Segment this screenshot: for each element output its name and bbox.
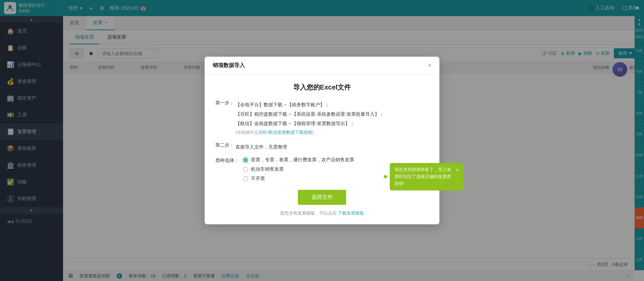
guide-link[interactable]: 百旺/航信发票数据下载指南 xyxy=(259,130,312,135)
modal-header: 销项数据导入 × xyxy=(205,57,439,75)
step1-content: 【全电平台】数据下载→【税务数字账户】； 【百旺】税控盘数据下载→【系统设置-系… xyxy=(235,100,384,137)
ticket-option-none[interactable]: 不开票 xyxy=(243,176,354,182)
tooltip-line xyxy=(384,176,387,177)
tooltip-container: × 现在支持的票种多了，导入发票时别忘了选择正确的发票类型呀! xyxy=(384,163,464,190)
radio-none xyxy=(243,176,248,181)
ticket-option-normal[interactable]: 普票，专票，卷票，通行费发票，农产品销售发票 xyxy=(243,157,354,163)
modal-footer: 若您没有发票模版，可以点击 下载发票模版 xyxy=(215,210,429,216)
step1-row: 第一步： 【全电平台】数据下载→【税务数字账户】； 【百旺】税控盘数据下载→【系… xyxy=(215,100,429,137)
window-controls: □ × xyxy=(618,0,644,16)
modal-body: 导入您的Excel文件 第一步： 【全电平台】数据下载→【税务数字账户】； 【百… xyxy=(205,75,439,224)
step1-line2: 【百旺】税控盘数据下载→【系统设置-系统参数设置-发票批量导入】； xyxy=(235,109,384,119)
modal-overlay: 销项数据导入 × 导入您的Excel文件 第一步： 【全电平台】数据下载→【税务… xyxy=(0,0,644,281)
ticket-option-motor[interactable]: 机动车销售发票 × 现在支持的票种多了，导入发票时别忘了选择正确的发票类型呀! xyxy=(243,166,354,172)
ticket-label: 票种选择： xyxy=(215,157,239,164)
ticket-label-none: 不开票 xyxy=(251,176,265,182)
step2-row: 第二步： 直接导入文件，无需整理 xyxy=(215,142,429,152)
tooltip-dot xyxy=(384,175,387,178)
select-file-button[interactable]: 选择文件 xyxy=(298,190,346,205)
tooltip-text: 现在支持的票种多了，导入发票时别忘了选择正确的发票类型呀! xyxy=(394,167,451,186)
close-button[interactable]: × xyxy=(631,0,644,16)
download-template-link[interactable]: 下载发票模版 xyxy=(338,211,364,216)
step1-line3: 【航信】金税盘数据下载→【报税管理-发票数据导出】； xyxy=(235,119,384,128)
tooltip-close-button[interactable]: × xyxy=(456,166,459,174)
step1-hint: (详细操作见百旺/航信发票数据下载指南) xyxy=(235,128,384,137)
tooltip-bubble: × 现在支持的票种多了，导入发票时别忘了选择正确的发票类型呀! xyxy=(390,163,464,190)
footer-text: 若您没有发票模版，可以点击 xyxy=(280,211,337,216)
import-modal: 销项数据导入 × 导入您的Excel文件 第一步： 【全电平台】数据下载→【税务… xyxy=(205,57,439,224)
ticket-label-normal: 普票，专票，卷票，通行费发票，农产品销售发票 xyxy=(251,157,354,163)
step1-line1: 【全电平台】数据下载→【税务数字账户】； xyxy=(235,100,384,109)
step2-label: 第二步： xyxy=(215,142,235,152)
modal-main-title: 导入您的Excel文件 xyxy=(215,83,429,92)
modal-title: 销项数据导入 xyxy=(213,62,245,69)
ticket-options: 普票，专票，卷票，通行费发票，农产品销售发票 机动车销售发票 × xyxy=(243,157,354,182)
ticket-label-motor: 机动车销售发票 xyxy=(251,166,284,172)
ticket-section: 票种选择： 普票，专票，卷票，通行费发票，农产品销售发票 机动车销售发票 xyxy=(215,157,429,182)
step2-content: 直接导入文件，无需整理 xyxy=(235,142,287,152)
maximize-button[interactable]: □ xyxy=(618,0,631,16)
radio-motor xyxy=(243,167,248,172)
step1-label: 第一步： xyxy=(215,100,235,137)
modal-close-button[interactable]: × xyxy=(428,62,431,69)
radio-normal xyxy=(243,157,248,163)
